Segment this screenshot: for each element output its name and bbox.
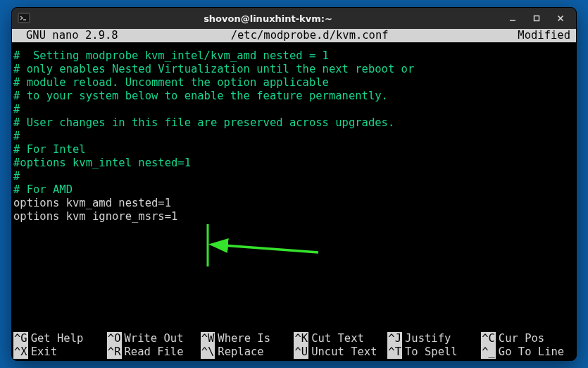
file-line: options kvm ignore_msrs=1 xyxy=(13,210,575,223)
file-line: # xyxy=(13,103,575,116)
shortcut-key: ^G xyxy=(13,332,28,345)
window-titlebar[interactable]: shovon@linuxhint-kvm:~ xyxy=(12,8,576,29)
shortcut-label: Justify xyxy=(402,332,451,345)
file-line: # module reload. Uncomment the option ap… xyxy=(13,76,575,90)
shortcut-key: ^U xyxy=(294,345,308,359)
terminal-window: shovon@linuxhint-kvm:~ GNU nano 2.9.8 /e… xyxy=(11,7,577,361)
shortcut-label: Uncut Text xyxy=(308,345,377,359)
nano-titlebar: GNU nano 2.9.8 /etc/modprobe.d/kvm.conf … xyxy=(12,29,576,42)
file-line: options kvm_amd nested=1 xyxy=(13,197,575,210)
shortcut-justify[interactable]: ^JJustify xyxy=(387,332,481,345)
shortcut-label: To Spell xyxy=(402,345,458,359)
shortcut-row-2: ^XExit^RRead File^\Replace^UUncut Text^T… xyxy=(13,345,575,359)
shortcut-to-spell[interactable]: ^TTo Spell xyxy=(387,345,481,359)
shortcut-key: ^X xyxy=(13,345,28,359)
shortcut-key: ^T xyxy=(387,345,402,359)
file-line: # only enables Nested Virtualization unt… xyxy=(13,63,575,76)
shortcut-cur-pos[interactable]: ^CCur Pos xyxy=(481,332,575,345)
shortcut-go-to-line[interactable]: ^_Go To Line xyxy=(481,345,575,359)
file-lines: # Setting modprobe kvm_intel/kvm_amd nes… xyxy=(13,49,575,223)
file-line: # Setting modprobe kvm_intel/kvm_amd nes… xyxy=(13,49,575,63)
maximize-button[interactable] xyxy=(527,11,546,25)
shortcut-get-help[interactable]: ^GGet Help xyxy=(13,332,107,345)
shortcut-label: Go To Line xyxy=(496,345,564,359)
nano-shortcut-bar: ^GGet Help^OWrite Out^WWhere Is^KCut Tex… xyxy=(12,332,576,360)
shortcut-key: ^C xyxy=(481,332,496,345)
shortcut-key: ^\ xyxy=(201,345,215,359)
shortcut-key: ^R xyxy=(107,345,122,359)
shortcut-key: ^W xyxy=(201,332,215,345)
shortcut-label: Cur Pos xyxy=(496,332,544,345)
file-line: # User changes in this file are preserve… xyxy=(13,116,575,130)
terminal-body[interactable]: GNU nano 2.9.8 /etc/modprobe.d/kvm.conf … xyxy=(12,29,576,360)
shortcut-label: Where Is xyxy=(215,332,270,345)
shortcut-row-1: ^GGet Help^OWrite Out^WWhere Is^KCut Tex… xyxy=(13,332,575,345)
shortcut-key: ^K xyxy=(294,332,308,345)
shortcut-uncut-text[interactable]: ^UUncut Text xyxy=(294,345,387,359)
file-line: # xyxy=(13,170,575,183)
nano-app-version: GNU nano 2.9.8 xyxy=(15,29,146,42)
nano-modified-flag: Modified xyxy=(518,29,573,42)
shortcut-key: ^_ xyxy=(481,345,496,359)
file-line: # xyxy=(13,130,575,143)
shortcut-cut-text[interactable]: ^KCut Text xyxy=(294,332,387,345)
file-line: #options kvm_intel nested=1 xyxy=(13,157,575,170)
svg-line-7 xyxy=(223,245,318,252)
shortcut-where-is[interactable]: ^WWhere Is xyxy=(201,332,294,345)
window-title: shovon@linuxhint-kvm:~ xyxy=(37,13,499,24)
shortcut-label: Cut Text xyxy=(308,332,364,345)
nano-filename: /etc/modprobe.d/kvm.conf xyxy=(146,29,518,42)
svg-rect-3 xyxy=(534,16,539,21)
shortcut-write-out[interactable]: ^OWrite Out xyxy=(107,332,201,345)
editor-content[interactable]: # Setting modprobe kvm_intel/kvm_amd nes… xyxy=(12,42,576,332)
file-line: # For AMD xyxy=(13,183,575,197)
terminal-app-icon xyxy=(18,12,30,25)
shortcut-label: Read File xyxy=(122,345,184,359)
minimize-button[interactable] xyxy=(503,11,523,25)
shortcut-replace[interactable]: ^\Replace xyxy=(201,345,294,359)
svg-rect-0 xyxy=(18,13,30,23)
shortcut-key: ^J xyxy=(387,332,402,345)
shortcut-label: Get Help xyxy=(28,332,84,345)
shortcut-label: Exit xyxy=(28,345,57,359)
shortcut-read-file[interactable]: ^RRead File xyxy=(107,345,201,359)
close-button[interactable] xyxy=(551,11,570,25)
shortcut-label: Write Out xyxy=(122,332,184,345)
shortcut-label: Replace xyxy=(215,345,263,359)
file-line: # For Intel xyxy=(13,143,575,157)
file-line: # to your system below to enable the fea… xyxy=(13,90,575,103)
shortcut-key: ^O xyxy=(107,332,122,345)
annotation-arrow-icon xyxy=(195,223,336,279)
shortcut-exit[interactable]: ^XExit xyxy=(13,345,107,359)
